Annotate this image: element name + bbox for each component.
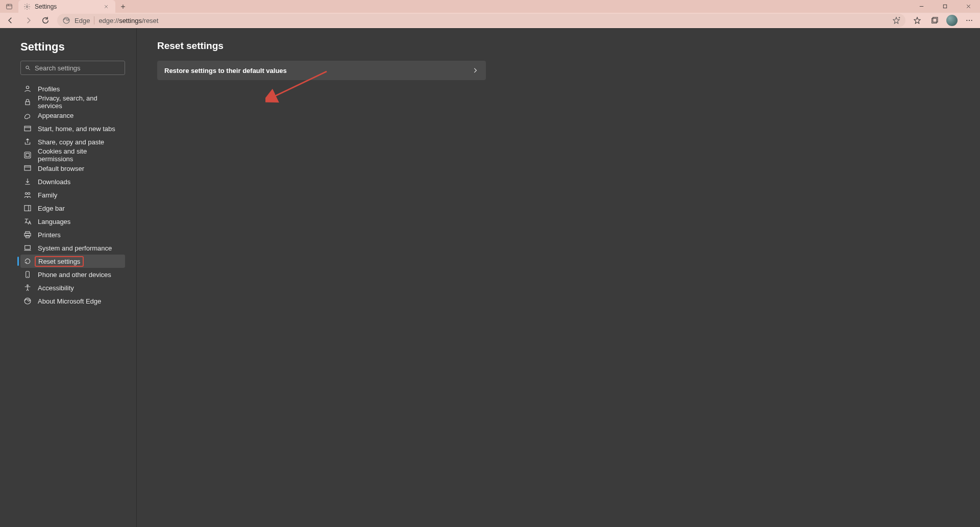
- sidebar-item-label: About Microsoft Edge: [38, 297, 101, 305]
- sidebar-item-edge[interactable]: About Microsoft Edge: [20, 294, 125, 308]
- printer-icon: [23, 231, 32, 239]
- browser-toolbar: Edge edge://settings/reset: [0, 13, 980, 28]
- sidebar-item-appearance[interactable]: Appearance: [20, 109, 125, 122]
- sidebar-item-laptop[interactable]: System and performance: [20, 241, 125, 255]
- new-tab-button[interactable]: [115, 0, 131, 13]
- sidebar-item-phone[interactable]: Phone and other devices: [20, 268, 125, 281]
- download-icon: [23, 178, 32, 186]
- reset-icon: [23, 257, 32, 265]
- sidebar-item-edgebar[interactable]: Edge bar: [20, 202, 125, 215]
- title-bar: Settings: [0, 0, 980, 13]
- edgebar-icon: [23, 204, 32, 212]
- family-icon: [23, 191, 32, 199]
- sidebar-item-label: Edge bar: [38, 205, 65, 212]
- sidebar-item-label: Share, copy and paste: [38, 138, 104, 146]
- sidebar-item-label: Profiles: [38, 85, 60, 93]
- tab-close-button[interactable]: [102, 3, 110, 11]
- address-separator: [94, 16, 94, 24]
- sidebar-item-label: Accessibility: [38, 284, 74, 292]
- edge-icon: [62, 16, 70, 24]
- favorites-button[interactable]: [910, 13, 925, 28]
- sidebar-item-label: System and performance: [38, 244, 112, 252]
- sidebar-item-download[interactable]: Downloads: [20, 175, 125, 188]
- settings-sidebar: Settings ProfilesPrivacy, search, and se…: [0, 28, 137, 527]
- address-bar[interactable]: Edge edge://settings/reset: [57, 14, 905, 27]
- gear-icon: [23, 3, 31, 10]
- sidebar-item-language[interactable]: Languages: [20, 215, 125, 228]
- sidebar-title: Settings: [0, 40, 136, 61]
- address-brand: Edge: [75, 17, 90, 24]
- sidebar-item-label: Printers: [38, 231, 61, 239]
- sidebar-item-label: Downloads: [38, 178, 70, 186]
- browser-icon: [23, 164, 32, 172]
- page-heading: Reset settings: [157, 40, 960, 52]
- sidebar-item-label: Phone and other devices: [38, 271, 111, 279]
- laptop-icon: [23, 244, 32, 252]
- window-close-button[interactable]: [957, 0, 980, 13]
- language-icon: [23, 217, 32, 225]
- settings-page: Settings ProfilesPrivacy, search, and se…: [0, 28, 980, 527]
- settings-nav: ProfilesPrivacy, search, and servicesApp…: [0, 79, 136, 308]
- window-icon: [23, 124, 32, 133]
- settings-main: Reset settings Restore settings to their…: [137, 28, 980, 527]
- sidebar-item-label: Default browser: [38, 165, 84, 172]
- lock-icon: [23, 98, 32, 106]
- edge-icon: [23, 297, 32, 305]
- profile-avatar[interactable]: [946, 15, 958, 26]
- nav-back-button[interactable]: [3, 13, 18, 28]
- sidebar-item-lock[interactable]: Privacy, search, and services: [20, 95, 125, 109]
- settings-search-input[interactable]: [35, 64, 120, 72]
- sidebar-item-label: Family: [38, 191, 57, 199]
- accessibility-icon: [23, 284, 32, 292]
- window-maximize-button[interactable]: [933, 0, 957, 13]
- sidebar-item-accessibility[interactable]: Accessibility: [20, 281, 125, 294]
- settings-search[interactable]: [20, 61, 125, 75]
- tab-title: Settings: [35, 3, 98, 10]
- address-url: edge://settings/reset: [99, 17, 888, 24]
- nav-reload-button[interactable]: [38, 13, 53, 28]
- menu-button[interactable]: [962, 13, 977, 28]
- chevron-right-icon: [472, 67, 479, 74]
- sidebar-item-label: Privacy, search, and services: [38, 94, 122, 110]
- phone-icon: [23, 270, 32, 279]
- sidebar-item-window[interactable]: Start, home, and new tabs: [20, 122, 125, 135]
- window-controls: [910, 0, 980, 13]
- collections-button[interactable]: [927, 13, 942, 28]
- sidebar-item-cookies[interactable]: Cookies and site permissions: [20, 148, 125, 162]
- cookies-icon: [23, 151, 32, 159]
- sidebar-item-label: Appearance: [38, 112, 74, 119]
- favorite-star-icon[interactable]: [892, 16, 900, 24]
- sidebar-item-profile[interactable]: Profiles: [20, 82, 125, 95]
- sidebar-item-share[interactable]: Share, copy and paste: [20, 135, 125, 148]
- sidebar-item-label: Start, home, and new tabs: [38, 125, 115, 133]
- sidebar-item-printer[interactable]: Printers: [20, 228, 125, 241]
- nav-forward-button[interactable]: [20, 13, 36, 28]
- restore-defaults-label: Restore settings to their default values: [164, 67, 287, 74]
- restore-defaults-button[interactable]: Restore settings to their default values: [157, 61, 486, 80]
- sidebar-item-label: Languages: [38, 218, 70, 225]
- sidebar-item-reset[interactable]: Reset settings: [20, 255, 125, 268]
- sidebar-item-browser[interactable]: Default browser: [20, 162, 125, 175]
- sidebar-item-label: Reset settings: [35, 256, 84, 267]
- window-minimize-button[interactable]: [910, 0, 933, 13]
- tab-actions-button[interactable]: [0, 0, 18, 13]
- sidebar-item-family[interactable]: Family: [20, 188, 125, 202]
- appearance-icon: [23, 111, 32, 119]
- share-icon: [23, 138, 32, 146]
- search-icon: [25, 64, 31, 71]
- profile-icon: [23, 85, 32, 93]
- browser-tab[interactable]: Settings: [18, 0, 115, 13]
- sidebar-item-label: Cookies and site permissions: [38, 147, 122, 163]
